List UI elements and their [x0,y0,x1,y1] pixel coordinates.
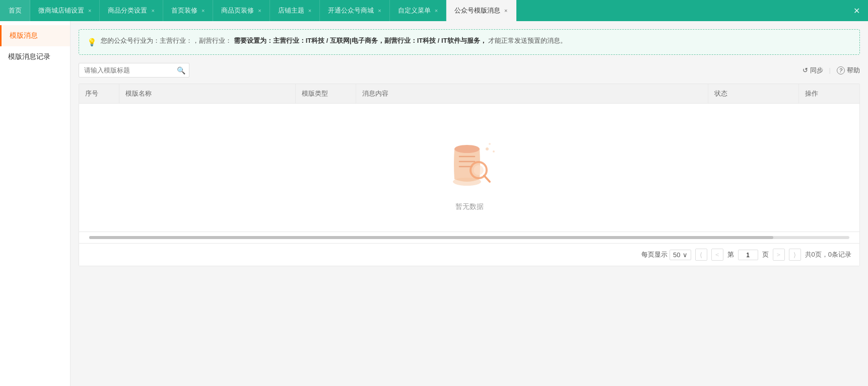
help-button[interactable]: ? 帮助 [837,66,860,75]
nav-tab-label: 开通公众号商城 [328,6,374,15]
empty-illustration [439,134,500,194]
nav-tab-label: 商品分类设置 [108,6,147,15]
bulb-icon: 💡 [87,36,97,48]
page-size-select[interactable]: 50 ∨ [670,250,691,260]
pagination: 每页显示 50 ∨ ⟨ ＜ 第 页 ＞ [79,243,859,266]
help-icon: ? [837,66,845,74]
sidebar-item-label: 模版消息记录 [8,52,50,60]
notice-banner: 💡 您的公众号行业为：主营行业：，副营行业： 需要设置为：主营行业：IT科技 /… [79,29,860,55]
last-page-icon: ⟩ [793,251,796,259]
notice-text-bold: 需要设置为：主营行业：IT科技 / 互联网|电子商务，副营行业：IT科技 / I… [234,37,487,44]
th-index: 序号 [79,84,119,103]
page-number-input[interactable] [738,250,758,260]
sync-button[interactable]: ↺ 同步 [803,66,823,75]
svg-point-10 [493,150,495,152]
top-nav: 首页 微商城店铺设置 × 商品分类设置 × 首页装修 × 商品页装修 × 店铺主… [0,0,868,21]
close-icon[interactable]: × [258,8,261,14]
nav-tab-shop-theme[interactable]: 店铺主题 × [270,0,320,21]
th-status: 状态 [708,84,799,103]
nav-tab-custom-menu[interactable]: 自定义菜单 × [390,0,446,21]
svg-point-1 [454,145,480,153]
th-name: 模版名称 [119,84,296,103]
close-icon[interactable]: × [202,8,205,14]
svg-line-7 [484,176,490,182]
last-page-button[interactable]: ⟩ [789,249,801,261]
close-icon[interactable]: × [88,8,91,14]
nav-tab-label: 首页装修 [171,6,197,15]
notice-text: 您的公众号行业为：主营行业：，副营行业： 需要设置为：主营行业：IT科技 / 互… [101,36,567,46]
th-content: 消息内容 [356,84,708,103]
page-size-value: 50 [673,251,680,259]
nav-tab-category-setting[interactable]: 商品分类设置 × [100,0,163,21]
close-all-icon: ✕ [853,7,860,15]
nav-tab-label: 商品页装修 [221,6,254,15]
page-label-after: 页 [762,250,769,259]
first-page-button[interactable]: ⟨ [695,249,707,261]
nav-tab-home-decor[interactable]: 首页装修 × [163,0,213,21]
first-page-icon: ⟨ [700,251,702,259]
empty-text: 暂无数据 [455,202,484,211]
sidebar: 模版消息 模版消息记录 [0,21,71,386]
toolbar-divider: | [829,66,831,74]
prev-page-icon: ＜ [714,250,720,259]
next-page-icon: ＞ [775,250,782,259]
nav-tab-template-msg[interactable]: 公众号模版消息 × [446,0,516,21]
close-icon[interactable]: × [435,8,438,14]
nav-tab-label: 店铺主题 [278,6,304,15]
horizontal-scrollbar[interactable] [89,236,849,239]
horizontal-scrollbar-wrap [79,231,859,243]
next-page-button[interactable]: ＞ [773,249,785,261]
nav-tab-label: 自定义菜单 [398,6,431,15]
page-label-before: 第 [727,250,734,259]
th-type: 模版类型 [296,84,356,103]
nav-tab-product-decor[interactable]: 商品页装修 × [213,0,270,21]
notice-text-before: 您的公众号行业为：主营行业：，副营行业： [101,37,232,44]
notice-text-after: 才能正常发送预置的消息。 [488,37,567,44]
sidebar-item-template-msg-record[interactable]: 模版消息记录 [0,46,70,67]
svg-point-6 [474,165,484,175]
empty-state: 暂无数据 [79,104,859,231]
scrollbar-thumb [89,236,773,239]
close-all-button[interactable]: ✕ [845,6,868,16]
page-size-wrap: 每页显示 50 ∨ [641,250,691,260]
nav-tab-label: 首页 [9,6,22,15]
prev-page-button[interactable]: ＜ [711,249,723,261]
search-icon[interactable]: 🔍 [177,66,185,74]
table-header: 序号 模版名称 模版类型 消息内容 状态 操作 [79,84,859,104]
svg-point-9 [489,143,491,145]
search-bar: 🔍 ↺ 同步 | ? 帮助 [79,63,860,78]
close-icon[interactable]: × [378,8,381,14]
sync-icon: ↺ [803,66,808,74]
data-table: 序号 模版名称 模版类型 消息内容 状态 操作 [79,84,860,266]
nav-tab-open-mall[interactable]: 开通公众号商城 × [320,0,389,21]
nav-tab-label: 微商城店铺设置 [38,6,84,15]
nav-tab-label: 公众号模版消息 [454,6,500,15]
total-info: 共0页，0条记录 [805,250,851,259]
page-size-label: 每页显示 [641,250,667,259]
close-icon[interactable]: × [504,8,507,14]
content-area: 💡 您的公众号行业为：主营行业：，副营行业： 需要设置为：主营行业：IT科技 /… [71,21,868,386]
nav-tab-shop-setting[interactable]: 微商城店铺设置 × [30,0,100,21]
toolbar-right: ↺ 同步 | ? 帮助 [803,66,860,75]
th-action: 操作 [799,84,859,103]
svg-point-8 [486,147,489,150]
help-label: 帮助 [847,66,860,75]
close-icon[interactable]: × [308,8,311,14]
search-input-wrap: 🔍 [79,63,189,78]
nav-tab-home[interactable]: 首页 [0,0,30,21]
search-input[interactable] [79,63,189,78]
sidebar-item-template-msg[interactable]: 模版消息 [0,25,70,46]
close-icon[interactable]: × [151,8,154,14]
sidebar-item-label: 模版消息 [10,31,38,39]
chevron-down-icon: ∨ [683,251,688,259]
main-layout: 模版消息 模版消息记录 💡 您的公众号行业为：主营行业：，副营行业： 需要设置为… [0,21,868,386]
sync-label: 同步 [810,66,823,75]
